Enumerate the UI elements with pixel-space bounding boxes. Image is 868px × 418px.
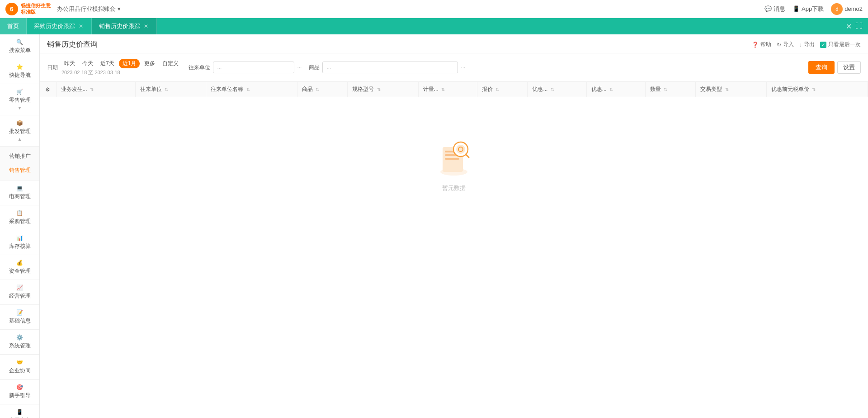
- sidebar-sub-marketing[interactable]: 营销推广: [0, 149, 39, 163]
- sidebar-item-enterprise-collab[interactable]: 🤝 企业协同: [0, 355, 39, 380]
- tab-sales-history-close[interactable]: ✕: [143, 23, 149, 29]
- tab-bar-end: ✕ ⛶: [846, 18, 868, 34]
- sidebar-item-basic-info[interactable]: 📝 基础信息: [0, 305, 39, 330]
- sidebar-item-inventory[interactable]: 📊 库存核算: [0, 230, 39, 255]
- sidebar-item-app-center[interactable]: 📱 应用中心: [0, 404, 39, 418]
- sort-icon-discount1: ⇅: [551, 87, 554, 92]
- tab-purchase-history[interactable]: 采购历史价跟踪 ✕: [27, 18, 92, 34]
- filter-area: 日期 昨天 今天 近7天 近1月 更多 自定义 2023-02-18 至 202…: [40, 53, 868, 82]
- date-range-text: 2023-02-18 至 2023-03-18: [61, 69, 181, 76]
- th-quote[interactable]: 报价 ⇅: [477, 82, 528, 97]
- chart-icon: 📊: [16, 235, 23, 241]
- tab-home-label: 首页: [7, 22, 19, 30]
- th-counterpart[interactable]: 往来单位 ⇅: [135, 82, 206, 97]
- th-goods[interactable]: 商品 ⇅: [297, 82, 347, 97]
- logo-text: 畅捷信好生意 标准版: [21, 3, 51, 14]
- th-trade-type[interactable]: 交易类型 ⇅: [696, 82, 767, 97]
- sidebar-item-system-mgmt[interactable]: ⚙️ 系统管理: [0, 330, 39, 355]
- app-download-btn[interactable]: 📱 App下载: [793, 5, 824, 13]
- app-selector[interactable]: 办公用品行业模拟账套 ▾: [54, 4, 123, 14]
- data-table: ⚙ 业务发生... ⇅ 往来单位 ⇅ 往来单位名称: [40, 82, 868, 97]
- mobile-icon: 📱: [16, 409, 23, 415]
- th-discount1[interactable]: 优惠... ⇅: [528, 82, 586, 97]
- date-btn-yesterday[interactable]: 昨天: [61, 59, 78, 68]
- message-btn[interactable]: 💬 消息: [764, 5, 785, 13]
- help-icon: ❓: [752, 42, 759, 48]
- sidebar-item-search-menu[interactable]: 🔍 搜索菜单: [0, 34, 39, 59]
- sort-icon-unit: ⇅: [441, 87, 445, 92]
- arrow-down-icon: ▼: [18, 105, 22, 110]
- maximize-btn[interactable]: ⛶: [855, 22, 863, 30]
- sidebar-sub-sales-mgmt[interactable]: 销售管理: [0, 163, 39, 177]
- import-icon: ↻: [777, 42, 781, 48]
- target-icon: 🎯: [16, 384, 23, 390]
- search-icon: 🔍: [16, 39, 23, 45]
- counterpart-input[interactable]: [213, 62, 294, 73]
- sidebar-item-quick-nav[interactable]: ⭐ 快捷导航: [0, 59, 39, 84]
- date-btn-custom[interactable]: 自定义: [160, 59, 181, 68]
- tab-home[interactable]: 首页: [0, 18, 27, 34]
- money-icon: 💰: [16, 260, 23, 266]
- sidebar-item-ecommerce-mgmt[interactable]: 💻 电商管理: [0, 180, 39, 205]
- arrow-up-icon: ▲: [18, 137, 22, 142]
- help-btn[interactable]: ❓ 帮助: [752, 41, 771, 48]
- page-actions: ❓ 帮助 ↻ 导入 ↓ 导出 ✓ 只看最后一次: [752, 41, 861, 48]
- settings-button[interactable]: 设置: [837, 61, 861, 74]
- logo-area: 6 畅捷信好生意 标准版: [5, 3, 51, 15]
- sidebar-item-wholesale-mgmt[interactable]: 📦 批发管理 ▲: [0, 115, 39, 147]
- date-label: 日期: [47, 64, 58, 71]
- tab-sales-history-label: 销售历史价跟踪: [99, 22, 140, 30]
- top-bar-left: 6 畅捷信好生意 标准版 办公用品行业模拟账套 ▾: [5, 3, 123, 15]
- th-pretax-price[interactable]: 优惠前无税单价 ⇅: [766, 82, 868, 97]
- th-spec[interactable]: 规格型号 ⇅: [348, 82, 419, 97]
- content-area: 销售历史价查询 ❓ 帮助 ↻ 导入 ↓ 导出 ✓: [40, 34, 868, 418]
- empty-state: 暂元数据: [40, 97, 868, 228]
- import-btn[interactable]: ↻ 导入: [777, 41, 794, 48]
- th-discount2[interactable]: 优惠... ⇅: [586, 82, 645, 97]
- wholesale-sub-menu: 营销推广 销售管理: [0, 147, 39, 180]
- date-btn-7days[interactable]: 近7天: [98, 59, 117, 68]
- cart-icon: 🛒: [16, 89, 23, 95]
- sidebar-item-new-guide[interactable]: 🎯 新手引导: [0, 380, 39, 404]
- sidebar-item-retail-mgmt[interactable]: 🛒 零售管理 ▼: [0, 84, 39, 115]
- page-container: 销售历史价查询 ❓ 帮助 ↻ 导入 ↓ 导出 ✓: [40, 34, 868, 418]
- date-btn-today[interactable]: 今天: [80, 59, 96, 68]
- tab-sales-history[interactable]: 销售历史价跟踪 ✕: [92, 18, 157, 34]
- th-unit[interactable]: 计量... ⇅: [418, 82, 477, 97]
- sort-icon-discount2: ⇅: [609, 87, 613, 92]
- star-icon: ⭐: [16, 64, 23, 70]
- avatar: d: [831, 3, 843, 15]
- query-button[interactable]: 查询: [808, 61, 835, 74]
- sort-icon-biz-date: ⇅: [90, 87, 94, 92]
- sidebar-item-finance-mgmt[interactable]: 💰 资金管理: [0, 255, 39, 280]
- page-title: 销售历史价查询: [47, 40, 98, 49]
- user-menu[interactable]: d demo2: [831, 3, 863, 15]
- counterpart-dots: ···: [297, 64, 302, 71]
- filter-buttons: 查询 设置: [808, 61, 861, 74]
- table-settings-icon[interactable]: ⚙: [45, 86, 50, 93]
- sidebar-item-purchase-mgmt[interactable]: 📋 采购管理: [0, 205, 39, 230]
- empty-text: 暂元数据: [442, 184, 466, 192]
- th-quantity[interactable]: 数量 ⇅: [645, 82, 695, 97]
- export-icon: ↓: [799, 42, 802, 48]
- svg-point-8: [456, 145, 465, 154]
- sort-icon-spec: ⇅: [377, 87, 381, 92]
- close-tab-btn[interactable]: ✕: [846, 22, 852, 31]
- page-header: 销售历史价查询 ❓ 帮助 ↻ 导入 ↓ 导出 ✓: [40, 34, 868, 53]
- table-header-row: ⚙ 业务发生... ⇅ 往来单位 ⇅ 往来单位名称: [40, 82, 868, 97]
- tab-purchase-history-close[interactable]: ✕: [78, 23, 84, 29]
- phone-icon: 📱: [793, 5, 800, 12]
- th-settings[interactable]: ⚙: [40, 82, 56, 97]
- only-last-toggle[interactable]: ✓ 只看最后一次: [820, 41, 861, 48]
- sort-icon-counterpart-name: ⇅: [246, 87, 250, 92]
- export-btn[interactable]: ↓ 导出: [799, 41, 815, 48]
- goods-input[interactable]: [322, 62, 458, 73]
- th-biz-date[interactable]: 业务发生... ⇅: [56, 82, 135, 97]
- date-btn-1month[interactable]: 近1月: [119, 59, 140, 68]
- th-counterpart-name[interactable]: 往来单位名称 ⇅: [206, 82, 297, 97]
- sidebar-item-operation-mgmt[interactable]: 📈 经营管理: [0, 280, 39, 305]
- tab-purchase-history-label: 采购历史价跟踪: [34, 22, 75, 30]
- checkbox-icon: ✓: [820, 42, 826, 48]
- counterpart-filter: 往来单位 ···: [189, 62, 302, 73]
- date-btn-more[interactable]: 更多: [142, 59, 158, 68]
